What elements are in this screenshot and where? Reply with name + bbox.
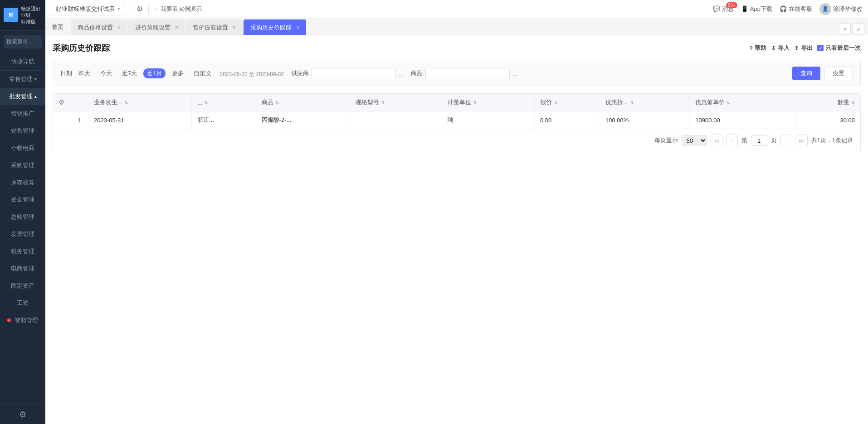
col-header-spec[interactable]: 规格型号 ⇅ bbox=[350, 94, 442, 111]
help-icon: ? bbox=[749, 45, 753, 52]
sidebar-item-sales[interactable]: 销售管理 bbox=[0, 122, 45, 140]
table-settings-icon[interactable]: ⚙ bbox=[59, 98, 64, 106]
date-option-1month[interactable]: 近1月 bbox=[143, 68, 166, 78]
page-number-input[interactable] bbox=[751, 135, 767, 146]
message-icon: 💬 bbox=[713, 5, 720, 12]
import-button[interactable]: ↧ 导入 bbox=[771, 44, 790, 52]
product-filter-label: 商品 bbox=[411, 69, 423, 77]
col-header-dots[interactable]: ... ⇅ bbox=[192, 94, 256, 111]
demo-link[interactable]: ○ 我要看实例演示 bbox=[154, 5, 202, 13]
content-area: 采购历史价跟踪 ? 帮助 ↧ 导入 ↥ 导出 ✓ 只看最后一次 bbox=[45, 35, 868, 424]
date-filter: 日期 昨天 今天 近7天 近1月 更多 自定义 2023-05-02 至 202… bbox=[60, 68, 284, 78]
main-area: 好业财标准版交付试用 ▾ ⚙ ○ 我要看实例演示 💬 消息 99+ 📱 App下… bbox=[45, 0, 868, 424]
row-unit-cell: 吨 bbox=[442, 111, 534, 129]
col-header-unit[interactable]: 计量单位 ⇅ bbox=[442, 94, 534, 111]
sidebar-item-accounting[interactable]: 总账管理 bbox=[0, 208, 45, 226]
filter-actions: 查询 设置 bbox=[792, 67, 853, 80]
date-option-7days[interactable]: 近7天 bbox=[118, 68, 141, 78]
topbar-separator-2 bbox=[148, 5, 149, 14]
page-first-button[interactable]: ⏮ bbox=[711, 135, 722, 146]
sidebar-nav-section: 零售管理 ▾ 批发管理 ▴ 营销推广 销售管理 小畅电商 采购管理 库存核算 资… bbox=[0, 70, 45, 329]
only-last-checkbox[interactable]: ✓ bbox=[817, 45, 824, 51]
edition-selector[interactable]: 好业财标准版交付试用 ▾ bbox=[51, 3, 125, 15]
topbar-settings-icon[interactable]: ⚙ bbox=[137, 5, 143, 13]
sidebar-item-finance[interactable]: 资金管理 bbox=[0, 191, 45, 208]
export-button[interactable]: ↥ 导出 bbox=[794, 44, 813, 52]
row-supplier-cell: 浙江... bbox=[192, 111, 256, 129]
page-last-button[interactable]: ⏭ bbox=[796, 135, 808, 146]
product-input[interactable] bbox=[425, 68, 510, 79]
col-header-discount[interactable]: 优惠折... ⇅ bbox=[600, 94, 690, 111]
sidebar-search-area[interactable]: 搜索菜单 bbox=[0, 31, 45, 53]
sidebar-item-wholesale[interactable]: 批发管理 ▴ bbox=[0, 88, 45, 105]
tab-purchase-strategy[interactable]: 进价策略设置 × bbox=[128, 19, 185, 35]
supplier-dots[interactable]: ... bbox=[399, 70, 404, 77]
tab-product-price[interactable]: 商品价格设置 × bbox=[71, 19, 127, 35]
help-link[interactable]: ? 帮助 bbox=[749, 44, 766, 52]
sidebar-item-inventory[interactable]: 库存核算 bbox=[0, 174, 45, 191]
app-download-button[interactable]: 📱 App下载 bbox=[741, 5, 772, 13]
sidebar-item-tax[interactable]: 税务管理 bbox=[0, 243, 45, 260]
tabbar-right: × ⤢ bbox=[839, 23, 868, 35]
col-header-quantity[interactable]: 数量 ⇅ bbox=[795, 94, 860, 111]
sort-icon-quantity: ⇅ bbox=[851, 100, 855, 105]
page-next-button[interactable]: › bbox=[780, 135, 792, 146]
tab-close-product-price[interactable]: × bbox=[117, 24, 121, 31]
total-info: 共1页，1条记录 bbox=[811, 136, 853, 145]
settings-button[interactable]: 设置 bbox=[824, 67, 853, 80]
table-row[interactable]: 1 2023-05-31 浙江... 丙烯酸-2-... 吨 0.00 100.… bbox=[53, 111, 860, 129]
topbar-right: 💬 消息 99+ 📱 App下载 🎧 在线客服 👤 徐泽华修改 bbox=[713, 3, 863, 15]
tab-close-sale-price[interactable]: × bbox=[233, 24, 236, 31]
sidebar-settings-icon[interactable]: ⚙ bbox=[19, 410, 26, 419]
sidebar-item-ecommerce-small[interactable]: 小畅电商 bbox=[0, 140, 45, 157]
col-header-date[interactable]: 业务发生... ⇅ bbox=[88, 94, 192, 111]
row-spec-cell bbox=[350, 111, 442, 129]
tabbar: 首页 商品价格设置 × 进价策略设置 × 售价提取设置 × 采购历史价跟踪 × … bbox=[45, 18, 868, 35]
col-header-product[interactable]: 商品 ⇅ bbox=[256, 94, 350, 111]
query-button[interactable]: 查询 bbox=[792, 67, 820, 80]
date-option-custom[interactable]: 自定义 bbox=[190, 68, 215, 78]
tab-close-purchase-history[interactable]: × bbox=[296, 24, 299, 31]
sidebar-item-ecommerce[interactable]: 电商管理 bbox=[0, 260, 45, 277]
sidebar-item-smart[interactable]: 智能管理 bbox=[0, 312, 45, 329]
tab-home[interactable]: 首页 bbox=[45, 19, 70, 35]
tab-sale-price[interactable]: 售价提取设置 × bbox=[186, 19, 243, 35]
search-menu-button[interactable]: 搜索菜单 bbox=[4, 35, 42, 48]
smart-dot-indicator bbox=[7, 318, 11, 322]
page-header: 采购历史价跟踪 ? 帮助 ↧ 导入 ↥ 导出 ✓ 只看最后一次 bbox=[53, 43, 861, 53]
sidebar-item-assets[interactable]: 固定资产 bbox=[0, 277, 45, 294]
date-option-yesterday[interactable]: 昨天 bbox=[75, 68, 94, 78]
col-header-before-discount[interactable]: 优惠前单价 ⇅ bbox=[690, 94, 795, 111]
sidebar-item-marketing[interactable]: 营销推广 bbox=[0, 105, 45, 122]
topbar-separator bbox=[131, 5, 131, 14]
topbar: 好业财标准版交付试用 ▾ ⚙ ○ 我要看实例演示 💬 消息 99+ 📱 App下… bbox=[45, 0, 868, 18]
row-discount-cell: 100.00% bbox=[600, 111, 690, 129]
sort-icon-product: ⇅ bbox=[275, 100, 279, 105]
tab-purchase-history[interactable]: 采购历史价跟踪 × bbox=[244, 19, 306, 35]
demo-icon: ○ bbox=[154, 5, 158, 12]
date-option-today[interactable]: 今天 bbox=[97, 68, 116, 78]
only-last-checkbox-label[interactable]: ✓ 只看最后一次 bbox=[817, 44, 861, 52]
product-dots[interactable]: ... bbox=[512, 70, 517, 77]
supplier-input[interactable] bbox=[312, 68, 396, 79]
row-quantity-cell: 30.00 bbox=[795, 111, 860, 129]
user-menu[interactable]: 👤 徐泽华修改 bbox=[819, 3, 863, 15]
tab-close-all-button[interactable]: × bbox=[839, 23, 851, 35]
per-page-select[interactable]: 50 20 100 200 bbox=[682, 135, 707, 146]
row-product-cell: 丙烯酸-2-... bbox=[256, 111, 350, 129]
product-filter: 商品 ... bbox=[411, 68, 517, 79]
sidebar-item-retail[interactable]: 零售管理 ▾ bbox=[0, 71, 45, 88]
sidebar-item-purchase[interactable]: 采购管理 bbox=[0, 157, 45, 174]
page-prev-button[interactable]: ‹ bbox=[726, 135, 738, 146]
sidebar-item-quick-nav[interactable]: 快捷导航 bbox=[0, 53, 45, 70]
messages-button[interactable]: 💬 消息 99+ bbox=[713, 5, 734, 13]
row-date-cell: 2023-05-31 bbox=[88, 111, 192, 129]
col-header-price[interactable]: 报价 ⇅ bbox=[534, 94, 600, 111]
sidebar-item-invoice[interactable]: 发票管理 bbox=[0, 226, 45, 243]
sidebar-item-salary[interactable]: 工资 bbox=[0, 294, 45, 312]
tab-close-purchase-strategy[interactable]: × bbox=[175, 24, 178, 31]
date-option-more[interactable]: 更多 bbox=[168, 68, 187, 78]
chevron-down-icon: ▾ bbox=[34, 77, 37, 82]
tab-maximize-button[interactable]: ⤢ bbox=[853, 23, 864, 35]
online-service-button[interactable]: 🎧 在线客服 bbox=[780, 5, 812, 13]
